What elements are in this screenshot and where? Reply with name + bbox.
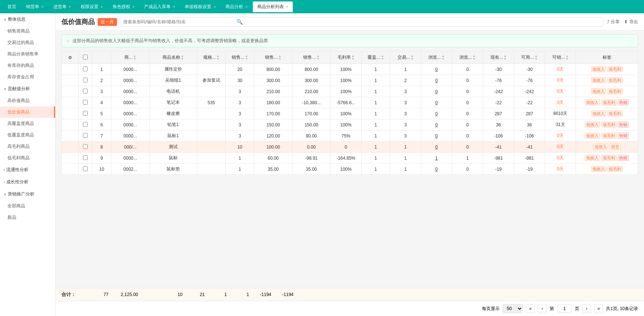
cell-pv[interactable]: 0	[421, 142, 452, 153]
cell-pv[interactable]: 0	[421, 119, 452, 130]
nav-template[interactable]: 单据模板设置 ×	[180, 1, 220, 12]
nav-product-stock-close[interactable]: ×	[173, 5, 175, 9]
cell-checkbox[interactable]	[79, 130, 92, 142]
row-checkbox[interactable]	[83, 122, 88, 127]
pv-link[interactable]: 0	[435, 67, 438, 72]
sidebar-item-stocked-products[interactable]: 有库存的商品	[0, 60, 55, 71]
nav-goods-analysis-close[interactable]: ×	[245, 5, 248, 9]
cell-pv[interactable]: 1	[421, 153, 452, 164]
sidebar-item-stock-capital[interactable]: 库存资金占用	[0, 71, 55, 83]
per-page-select[interactable]: 50 100 200	[503, 304, 523, 313]
nav-role-close[interactable]: ×	[133, 5, 135, 9]
cell-pv[interactable]: 0	[421, 75, 452, 86]
sidebar-item-high-value[interactable]: 高价值商品	[0, 95, 55, 106]
sidebar-item-sales-products[interactable]: 销售类商品	[0, 26, 55, 37]
nav-role[interactable]: 角色授权 ×	[108, 1, 139, 12]
sidebar-item-high-coverage[interactable]: 高覆盖度商品	[0, 118, 55, 129]
next-page-button[interactable]: ›	[582, 304, 591, 313]
nav-purchase-close[interactable]: ×	[69, 5, 71, 9]
page-number-input[interactable]	[557, 305, 572, 313]
sidebar-group-liquidity[interactable]: › 流通性分析	[0, 164, 55, 176]
export-button[interactable]: ⬆ 导出	[624, 19, 638, 25]
col-header-gear[interactable]: ⚙	[62, 51, 79, 64]
row-checkbox[interactable]	[83, 166, 88, 171]
nav-sales[interactable]: 销货单 ×	[21, 1, 48, 12]
sidebar-item-high-margin[interactable]: 高毛利商品	[0, 141, 55, 152]
pv-link[interactable]: 1	[435, 156, 438, 161]
col-header-spec[interactable]: 规格...▲▼	[197, 51, 225, 64]
prev-page-button[interactable]: ‹	[538, 304, 547, 313]
select-all-checkbox[interactable]	[83, 55, 88, 60]
row-checkbox[interactable]	[83, 144, 88, 149]
sidebar-group-growth[interactable]: › 成长性分析	[0, 176, 55, 188]
cell-checkbox[interactable]	[79, 64, 92, 75]
cell-checkbox[interactable]	[79, 75, 92, 86]
nav-permission-close[interactable]: ×	[101, 5, 103, 9]
sidebar-item-category-rate[interactable]: 商品分类销售率	[0, 48, 55, 60]
nav-sales-close[interactable]: ×	[41, 5, 44, 9]
nav-template-close[interactable]: ×	[214, 5, 216, 9]
col-header-name[interactable]: 商品名称▲▼	[149, 51, 197, 64]
cell-checkbox[interactable]	[79, 97, 92, 108]
cell-pv[interactable]: 0	[421, 97, 452, 108]
cell-pv[interactable]: 0	[421, 86, 452, 97]
sidebar-item-low-coverage[interactable]: 低覆盖度商品	[0, 129, 55, 141]
sidebar-item-low-margin[interactable]: 低毛利商品	[0, 152, 55, 164]
sidebar-item-low-value[interactable]: 低价值商品	[0, 106, 55, 118]
col-header-pv[interactable]: 浏览...▲▼	[421, 51, 452, 64]
cell-checkbox[interactable]	[79, 153, 92, 164]
col-header-sales-amt[interactable]: 销售...▲▼	[254, 51, 292, 64]
row-checkbox[interactable]	[83, 133, 88, 138]
sidebar-item-traded-products[interactable]: 交易过的商品	[0, 37, 55, 48]
pv-link[interactable]: 0	[435, 89, 438, 94]
col-header-stock[interactable]: 现有...▲▼	[483, 51, 514, 64]
pv-link[interactable]: 0	[435, 111, 438, 116]
col-header-pv2[interactable]: 浏览...▲▼	[452, 51, 483, 64]
row-checkbox[interactable]	[83, 111, 88, 116]
cell-pv[interactable]: 0	[421, 64, 452, 75]
cell-checkbox[interactable]	[79, 142, 92, 153]
cell-pv[interactable]: 0	[421, 108, 452, 119]
search-input[interactable]	[123, 19, 234, 24]
pv-link[interactable]: 0	[435, 78, 438, 83]
search-icon[interactable]: 🔍	[237, 19, 243, 25]
sidebar-group-marketing[interactable]: ∨ 营销推广分析	[0, 188, 55, 200]
col-header-trade[interactable]: 交易...▲▼	[390, 51, 421, 64]
nav-purchase[interactable]: 进货单 ×	[49, 1, 76, 12]
first-page-button[interactable]: «	[526, 304, 535, 313]
sidebar-item-all-products[interactable]: 全部商品	[0, 200, 55, 212]
row-checkbox[interactable]	[83, 67, 88, 71]
pv-link[interactable]: 0	[435, 145, 438, 150]
cell-pv[interactable]: 0	[421, 130, 452, 142]
period-button[interactable]: 近一月	[98, 18, 117, 26]
row-checkbox[interactable]	[83, 89, 88, 94]
nav-goods-list[interactable]: 商品分析列表 ×	[253, 1, 293, 12]
pv-link[interactable]: 0	[435, 122, 438, 128]
col-header-sellable[interactable]: 可销...▲▼	[545, 51, 576, 64]
col-header-cover[interactable]: 覆盖...▲▼	[361, 51, 390, 64]
col-header-sales-gross[interactable]: 销售...▲▼	[292, 51, 331, 64]
row-checkbox[interactable]	[83, 78, 88, 82]
cell-checkbox[interactable]	[79, 86, 92, 97]
nav-goods-list-close[interactable]: ×	[286, 5, 288, 9]
sidebar-item-new-products[interactable]: 新品	[0, 212, 55, 223]
pv-link[interactable]: 0	[435, 133, 438, 139]
pv-link[interactable]: 0	[435, 167, 438, 172]
row-checkbox[interactable]	[83, 155, 88, 160]
sidebar-group-contribution[interactable]: ∨ 贡献值分析	[0, 83, 55, 95]
sidebar-group-overview[interactable]: ∨ 整体信息	[0, 13, 55, 26]
row-checkbox[interactable]	[83, 100, 88, 105]
col-header-sales-qty[interactable]: 销售...▲▼	[225, 51, 254, 64]
nav-product-stock[interactable]: 产成品入库单 ×	[140, 1, 180, 12]
pv-link[interactable]: 0	[435, 100, 438, 105]
nav-goods-analysis[interactable]: 商品分析 ×	[221, 1, 252, 12]
share-button[interactable]: ⤴ 分享	[607, 19, 620, 25]
col-header-code[interactable]: 商...▲▼	[111, 51, 149, 64]
cell-pv[interactable]: 0	[421, 164, 452, 175]
cell-checkbox[interactable]	[79, 108, 92, 119]
nav-home[interactable]: 首页	[3, 1, 21, 12]
last-page-button[interactable]: »	[594, 304, 603, 313]
col-header-gross-rate[interactable]: 毛利率▲▼	[331, 51, 362, 64]
col-header-avail[interactable]: 可用...▲▼	[514, 51, 545, 64]
cell-checkbox[interactable]	[79, 164, 92, 175]
